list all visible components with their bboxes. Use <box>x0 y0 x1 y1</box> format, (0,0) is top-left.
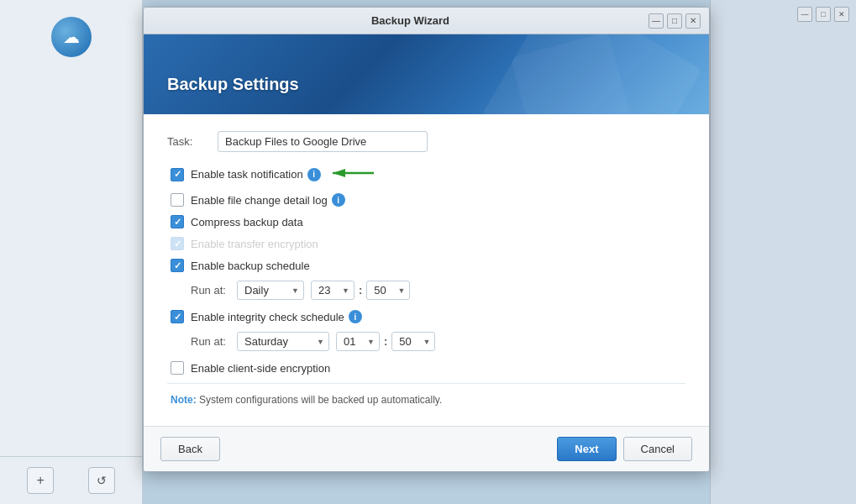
task-input[interactable] <box>218 131 428 152</box>
integrity-day-wrapper: SundayMondayTuesdayWednesday ThursdayFri… <box>237 332 329 351</box>
backup-hour-wrapper: 0001020304 0506070809 1011121314 1516171… <box>311 281 354 300</box>
checkbox-row-client-encryption: Enable client-side encryption <box>167 361 685 375</box>
note-prefix: Note: <box>171 394 197 406</box>
window-footer: Back Next Cancel <box>144 426 709 471</box>
enable-file-change-log-label: Enable file change detail log <box>191 194 328 207</box>
window-maximize[interactable]: □ <box>667 13 682 29</box>
integrity-hour-select[interactable]: 0001020304 0506070809 1011121314 1516171… <box>336 332 380 351</box>
enable-backup-schedule-checkbox[interactable] <box>171 259 184 272</box>
enable-task-notification-checkbox[interactable] <box>171 168 184 181</box>
enable-task-notification-label: Enable task notification <box>191 168 303 181</box>
add-button[interactable]: + <box>27 467 54 494</box>
integrity-hour-wrapper: 0001020304 0506070809 1011121314 1516171… <box>336 332 380 351</box>
checkbox-row-integrity-check: Enable integrity check schedule i <box>167 310 685 323</box>
window-minimize[interactable]: — <box>649 13 664 29</box>
window-maximize-right[interactable]: □ <box>816 7 831 22</box>
file-change-log-info-icon[interactable]: i <box>332 193 345 207</box>
backup-minute-select[interactable]: 0010203040 50 <box>366 281 410 300</box>
checkbox-row-compress: Compress backup data <box>167 215 685 228</box>
compress-backup-checkbox[interactable] <box>171 215 184 228</box>
integrity-check-info-icon[interactable]: i <box>349 310 362 323</box>
backup-hour-select[interactable]: 0001020304 0506070809 1011121314 1516171… <box>311 281 354 300</box>
history-button[interactable]: ↺ <box>88 467 115 494</box>
titlebar: Backup Wizard — □ ✕ <box>144 8 709 34</box>
app-icon: ☁ <box>51 17 92 57</box>
note-text: System configurations will be backed up … <box>199 394 442 406</box>
enable-backup-schedule-label: Enable backup schedule <box>191 260 310 272</box>
enable-file-change-log-checkbox[interactable] <box>171 193 184 207</box>
right-panel: — □ ✕ <box>710 0 856 504</box>
backup-frequency-wrapper: Daily Weekly Monthly ▼ <box>237 281 304 300</box>
checkbox-row-backup-schedule: Enable backup schedule <box>167 259 685 272</box>
enable-transfer-encryption-checkbox <box>171 237 184 250</box>
next-button[interactable]: Next <box>557 437 616 461</box>
task-label: Task: <box>167 135 218 148</box>
enable-task-notification-info-icon[interactable]: i <box>307 168 321 181</box>
enable-client-encryption-label: Enable client-side encryption <box>191 362 330 375</box>
arrow-annotation <box>328 164 378 185</box>
enable-client-encryption-checkbox[interactable] <box>171 361 184 375</box>
divider <box>167 383 685 384</box>
window-close[interactable]: ✕ <box>685 13 701 29</box>
window-close-right[interactable]: ✕ <box>834 7 849 22</box>
task-row: Task: <box>167 131 685 152</box>
checkbox-row-transfer-encryption: Enable transfer encryption <box>167 237 685 250</box>
green-arrow-svg <box>328 164 378 182</box>
sidebar: ☁ + ↺ <box>0 0 143 504</box>
time-separator-2: : <box>384 335 387 348</box>
compress-backup-label: Compress backup data <box>191 216 303 228</box>
window-title: Backup Wizard <box>172 14 649 27</box>
backup-wizard-window: Backup Wizard — □ ✕ Backup Settings Task… <box>143 7 710 472</box>
page-title: Backup Settings <box>167 75 299 94</box>
integrity-schedule-run-at-row: Run at: SundayMondayTuesdayWednesday Thu… <box>191 332 685 351</box>
enable-integrity-check-label: Enable integrity check schedule <box>191 311 344 323</box>
window-minimize-right[interactable]: — <box>797 7 812 22</box>
enable-integrity-check-checkbox[interactable] <box>171 310 184 323</box>
backup-schedule-run-at-row: Run at: Daily Weekly Monthly ▼ 000102030… <box>191 281 685 300</box>
enable-transfer-encryption-label: Enable transfer encryption <box>191 238 318 250</box>
back-button[interactable]: Back <box>160 437 220 461</box>
integrity-minute-wrapper: 0010203040 50 ▼ <box>391 332 435 351</box>
checkbox-row-file-change-log: Enable file change detail log i <box>167 193 685 207</box>
backup-run-at-label: Run at: <box>191 284 237 297</box>
desktop: ☁ + ↺ — □ ✕ Backup Wizard — □ ✕ <box>0 0 856 504</box>
note-row: Note: System configurations will be back… <box>167 394 685 406</box>
window-content: Task: Enable task notification i <box>144 114 709 426</box>
integrity-day-select[interactable]: SundayMondayTuesdayWednesday ThursdayFri… <box>237 332 329 351</box>
checkbox-row-enable-task-notification: Enable task notification i <box>167 164 685 185</box>
integrity-minute-select[interactable]: 0010203040 50 <box>391 332 435 351</box>
cancel-button[interactable]: Cancel <box>623 437 692 461</box>
backup-minute-wrapper: 0010203040 50 ▼ <box>366 281 410 300</box>
backup-frequency-select[interactable]: Daily Weekly Monthly <box>237 281 304 300</box>
time-separator-1: : <box>359 284 362 297</box>
window-header: Backup Settings <box>144 34 709 114</box>
integrity-run-at-label: Run at: <box>191 335 237 348</box>
